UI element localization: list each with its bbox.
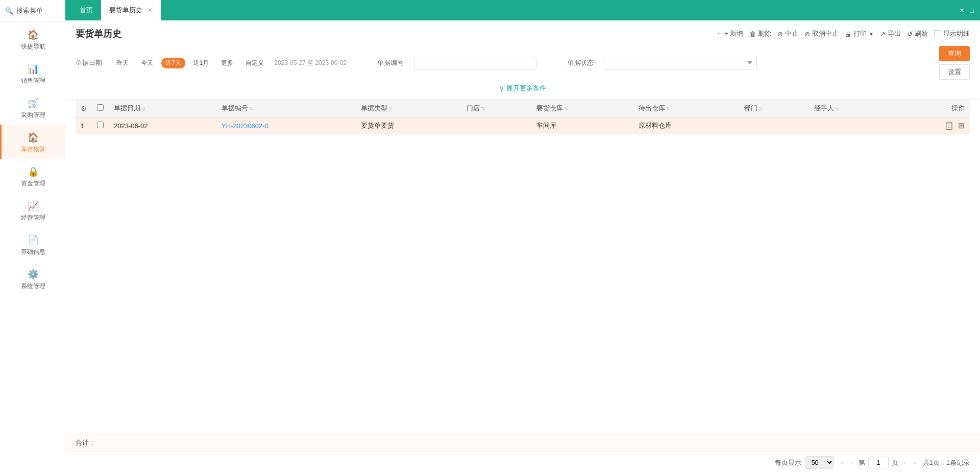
- row-actions: 📋 ⊞: [895, 117, 970, 134]
- sidebar-item-system[interactable]: ⚙️ 系统管理: [0, 262, 65, 296]
- col-actions: 操作: [895, 100, 970, 117]
- sidebar-item-sales[interactable]: 📊 销售管理: [0, 56, 65, 90]
- query-button[interactable]: 查询: [939, 46, 970, 61]
- sidebar-item-finance[interactable]: 🔒 资金管理: [0, 159, 65, 193]
- row-edit-icon[interactable]: 📋: [944, 121, 954, 130]
- row-doc-no[interactable]: YH-20230602-0: [216, 117, 356, 134]
- tab-home[interactable]: 首页: [71, 0, 101, 20]
- row-checkbox[interactable]: [92, 117, 109, 134]
- delete-icon: 🗑: [749, 30, 756, 38]
- display-detail-label: 显示明细: [943, 29, 970, 38]
- operations-icon: 📈: [28, 200, 39, 211]
- export-icon: ↗: [880, 30, 886, 38]
- data-table: ⚙ 单据日期⇅ 单据编号⇅ 单据类型⇅ 门店⇅ 要货仓库⇅ 待出仓库⇅ 部门⇅ …: [76, 100, 970, 134]
- prev-page-button[interactable]: ‹: [849, 458, 855, 467]
- sort-icon[interactable]: ⇅: [481, 106, 485, 111]
- total-label: 合计：: [76, 438, 95, 447]
- table-row: 1 2023-06-02 YH-20230602-0 要货单要货 车间库 原材料…: [76, 117, 970, 134]
- sidebar-item-operations[interactable]: 📈 经营管理: [0, 193, 65, 227]
- sort-icon[interactable]: ⇅: [666, 106, 670, 111]
- sidebar-item-inventory[interactable]: 🏠 库存核算: [0, 125, 65, 159]
- page-suffix: 页: [892, 458, 898, 467]
- tab-close-icon[interactable]: ✕: [148, 7, 153, 14]
- window-close-icon[interactable]: ✕: [959, 7, 965, 14]
- sort-icon[interactable]: ⇅: [141, 106, 145, 111]
- cancel-stop-button[interactable]: ⊘ 取消中止: [804, 29, 839, 38]
- sidebar-item-basic[interactable]: 📄 基础信息: [0, 227, 65, 262]
- settings-button[interactable]: 设置: [939, 64, 970, 80]
- col-handler: 经手人⇅: [809, 100, 895, 117]
- sidebar-item-label: 系统管理: [21, 282, 45, 291]
- window-maximize-icon[interactable]: □: [970, 7, 974, 14]
- tab-requisition-history[interactable]: 要货单历史 ✕: [101, 0, 161, 20]
- doc-no-input[interactable]: [414, 57, 536, 69]
- refresh-label: 刷新: [915, 29, 928, 38]
- display-detail-toggle[interactable]: 显示明细: [934, 29, 970, 38]
- display-detail-checkbox[interactable]: [934, 30, 941, 37]
- col-doc-no: 单据编号⇅: [216, 100, 356, 117]
- sidebar-item-label: 采购管理: [21, 111, 45, 120]
- topbar-right: ✕ □: [959, 7, 974, 14]
- page-title: 要货单历史: [76, 28, 121, 40]
- col-department: 部门⇅: [739, 100, 809, 117]
- sort-icon[interactable]: ⇅: [388, 106, 393, 111]
- col-req-warehouse: 要货仓库⇅: [531, 100, 633, 117]
- print-label: 打印: [853, 29, 867, 38]
- tab-requisition-label: 要货单历史: [109, 6, 142, 15]
- sales-icon: 📊: [28, 63, 39, 75]
- sort-icon[interactable]: ⇅: [758, 106, 763, 111]
- search-icon: 🔍: [5, 7, 13, 15]
- row-more-icon[interactable]: ⊞: [958, 121, 965, 130]
- row-req-warehouse: 车间库: [531, 117, 633, 134]
- next-page-button[interactable]: ›: [901, 458, 908, 467]
- sidebar-item-quick-nav[interactable]: 🏠 快捷导航: [0, 22, 65, 56]
- per-page-select[interactable]: 50 10 20 100: [805, 456, 834, 469]
- select-all-checkbox[interactable]: [97, 104, 104, 111]
- new-label: + 新增: [724, 29, 743, 38]
- sidebar-item-label: 资金管理: [21, 179, 45, 188]
- date-btn-yesterday[interactable]: 昨天: [112, 58, 133, 68]
- cancel-stop-label: 取消中止: [812, 29, 839, 38]
- table-footer: 合计：: [65, 434, 980, 452]
- sort-icon[interactable]: ⇅: [564, 106, 568, 111]
- per-page-label: 每页显示: [775, 458, 801, 467]
- new-button[interactable]: ＋ + 新增: [716, 29, 743, 38]
- date-btn-more[interactable]: 更多: [217, 58, 237, 68]
- doc-no-link[interactable]: YH-20230602-0: [222, 122, 268, 130]
- row-select-checkbox[interactable]: [97, 122, 104, 128]
- last-page-button[interactable]: »: [911, 458, 918, 467]
- filter-area: 单据日期 昨天 今天 近7天 近1月 更多 自定义 2023-05-27 至 2…: [65, 40, 980, 100]
- print-icon: 🖨: [845, 30, 851, 38]
- print-button[interactable]: 🖨 打印 ▼: [845, 29, 874, 38]
- date-btn-7days[interactable]: 近7天: [161, 58, 185, 68]
- date-btn-custom[interactable]: 自定义: [241, 58, 268, 68]
- export-label: 导出: [888, 29, 901, 38]
- first-page-button[interactable]: «: [838, 458, 846, 467]
- refresh-button[interactable]: ↺ 刷新: [907, 29, 928, 38]
- sort-icon[interactable]: ⇅: [835, 106, 839, 111]
- sort-icon[interactable]: ⇅: [249, 106, 253, 111]
- col-checkbox-header[interactable]: [92, 100, 109, 117]
- status-select[interactable]: [604, 57, 757, 69]
- sidebar: 🔍 搜索菜单 🏠 快捷导航 📊 销售管理 🛒 采购管理 🏠 库存核算 🔒 资金管…: [0, 0, 65, 473]
- col-store: 门店⇅: [461, 100, 531, 117]
- date-btn-today[interactable]: 今天: [137, 58, 157, 68]
- sidebar-search[interactable]: 🔍 搜索菜单: [0, 0, 65, 22]
- stop-button[interactable]: ⊘ 中止: [777, 29, 798, 38]
- date-range-display: 2023-05-27 至 2023-06-02: [274, 59, 346, 67]
- sidebar-item-label: 库存核算: [21, 145, 45, 154]
- delete-button[interactable]: 🗑 删除: [749, 29, 771, 38]
- page-header: 要货单历史 ＋ + 新增 🗑 删除 ⊘ 中止 ⊘ 取消中止: [65, 20, 980, 40]
- expand-label: 展开更多条件: [506, 84, 546, 93]
- pagination: 每页显示 50 10 20 100 « ‹ 第 页 › » 共1页，1条记录: [65, 452, 980, 473]
- sidebar-item-purchase[interactable]: 🛒 采购管理: [0, 90, 65, 125]
- basic-icon: 📄: [28, 234, 39, 246]
- page-number-input[interactable]: [868, 457, 889, 468]
- col-settings[interactable]: ⚙: [76, 100, 92, 117]
- expand-more-button[interactable]: ∨ 展开更多条件: [76, 84, 970, 93]
- date-filter-buttons: 昨天 今天 近7天 近1月 更多 自定义 2023-05-27 至 2023-0…: [112, 58, 347, 68]
- date-btn-1month[interactable]: 近1月: [189, 58, 213, 68]
- toolbar: ＋ + 新增 🗑 删除 ⊘ 中止 ⊘ 取消中止 🖨 打印: [716, 29, 970, 38]
- page-info: 共1页，1条记录: [923, 458, 970, 467]
- export-button[interactable]: ↗ 导出: [880, 29, 901, 38]
